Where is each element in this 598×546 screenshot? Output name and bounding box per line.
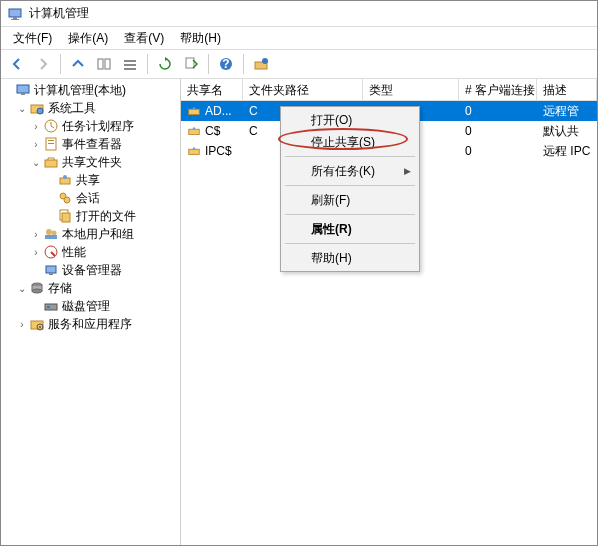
svg-rect-0: [9, 9, 21, 17]
svg-rect-32: [46, 266, 56, 273]
svg-rect-21: [45, 160, 57, 167]
cell-desc: 远程 IPC: [537, 141, 597, 162]
expander-icon[interactable]: ›: [29, 229, 43, 240]
cell-name: IPC$: [181, 142, 243, 160]
svg-rect-7: [124, 68, 136, 70]
tree-label: 本地用户和组: [62, 226, 134, 243]
svg-rect-30: [45, 235, 57, 239]
help-button[interactable]: ?: [214, 52, 238, 76]
up-button[interactable]: [66, 52, 90, 76]
tree-item-8[interactable]: ›本地用户和组: [1, 225, 180, 243]
ctx-item-0[interactable]: 打开(O): [283, 109, 417, 131]
column-clients[interactable]: # 客户端连接: [459, 79, 537, 100]
new-share-button[interactable]: [249, 52, 273, 76]
svg-rect-2: [11, 19, 19, 20]
forward-button[interactable]: [31, 52, 55, 76]
expander-icon[interactable]: ⌄: [15, 103, 29, 114]
svg-rect-6: [124, 64, 136, 66]
separator: [243, 54, 244, 74]
tree-item-3[interactable]: ›事件查看器: [1, 135, 180, 153]
tree-item-4[interactable]: ⌄共享文件夹: [1, 153, 180, 171]
separator: [147, 54, 148, 74]
back-button[interactable]: [5, 52, 29, 76]
diskmgmt-icon: [43, 298, 59, 314]
cell-name: C$: [181, 122, 243, 140]
show-hide-button[interactable]: [92, 52, 116, 76]
tree-item-0[interactable]: 计算机管理(本地): [1, 81, 180, 99]
comp-mgmt-icon: [15, 82, 31, 98]
window-title: 计算机管理: [29, 5, 89, 22]
tree-label: 共享: [76, 172, 100, 189]
svg-point-41: [39, 326, 41, 328]
cell-name: AD...: [181, 102, 243, 120]
share-icon: [187, 104, 201, 118]
expander-icon[interactable]: ›: [29, 139, 43, 150]
svg-rect-37: [45, 304, 57, 310]
tree-item-13[interactable]: ›服务和应用程序: [1, 315, 180, 333]
menu-separator: [285, 156, 415, 157]
ctx-label: 刷新(F): [311, 192, 350, 209]
ctx-item-5[interactable]: 刷新(F): [283, 189, 417, 211]
svg-rect-14: [21, 93, 25, 95]
tree-label: 任务计划程序: [62, 118, 134, 135]
tree-item-10[interactable]: 设备管理器: [1, 261, 180, 279]
tree-label: 性能: [62, 244, 86, 261]
expander-icon[interactable]: ›: [29, 247, 43, 258]
menu-view[interactable]: 查看(V): [116, 28, 172, 49]
devmgr-icon: [43, 262, 59, 278]
expander-icon[interactable]: ›: [15, 319, 29, 330]
users-icon: [43, 226, 59, 242]
svg-text:?: ?: [222, 57, 229, 71]
event-icon: [43, 136, 59, 152]
tree-item-1[interactable]: ⌄系统工具: [1, 99, 180, 117]
ctx-item-9[interactable]: 帮助(H): [283, 247, 417, 269]
ctx-item-3[interactable]: 所有任务(K)▶: [283, 160, 417, 182]
properties-button[interactable]: [118, 52, 142, 76]
expander-icon[interactable]: ⌄: [15, 283, 29, 294]
tree-label: 计算机管理(本地): [34, 82, 126, 99]
export-button[interactable]: [179, 52, 203, 76]
tree-item-11[interactable]: ⌄存储: [1, 279, 180, 297]
cell-clients: 0: [459, 102, 537, 120]
svg-rect-20: [48, 143, 54, 144]
ctx-item-1[interactable]: 停止共享(S): [283, 131, 417, 153]
separator: [60, 54, 61, 74]
column-name[interactable]: 共享名: [181, 79, 243, 100]
menu-action[interactable]: 操作(A): [60, 28, 116, 49]
cell-desc: 默认共: [537, 121, 597, 142]
column-type[interactable]: 类型: [363, 79, 459, 100]
svg-rect-44: [189, 149, 200, 154]
services-icon: [29, 316, 45, 332]
menu-help[interactable]: 帮助(H): [172, 28, 229, 49]
tree-item-6[interactable]: 会话: [1, 189, 180, 207]
menu-file[interactable]: 文件(F): [5, 28, 60, 49]
menu-separator: [285, 243, 415, 244]
tree-label: 共享文件夹: [62, 154, 122, 171]
svg-point-36: [32, 289, 42, 293]
svg-rect-1: [13, 17, 17, 19]
tree-item-2[interactable]: ›任务计划程序: [1, 117, 180, 135]
svg-rect-42: [189, 109, 200, 114]
tree-label: 会话: [76, 190, 100, 207]
openfiles-icon: [57, 208, 73, 224]
svg-rect-8: [186, 58, 194, 68]
tree-item-12[interactable]: 磁盘管理: [1, 297, 180, 315]
expander-icon[interactable]: ⌄: [29, 157, 43, 168]
perf-icon: [43, 244, 59, 260]
storage-icon: [29, 280, 45, 296]
expander-icon[interactable]: ›: [29, 121, 43, 132]
tree-item-9[interactable]: ›性能: [1, 243, 180, 261]
tree-item-7[interactable]: 打开的文件: [1, 207, 180, 225]
app-icon: [7, 6, 23, 22]
svg-rect-33: [49, 273, 53, 275]
column-desc[interactable]: 描述: [537, 79, 597, 100]
column-path[interactable]: 文件夹路径: [243, 79, 363, 100]
tree-item-5[interactable]: 共享: [1, 171, 180, 189]
svg-rect-4: [105, 59, 110, 69]
ctx-item-7[interactable]: 属性(R): [283, 218, 417, 240]
ctx-label: 帮助(H): [311, 250, 352, 267]
svg-rect-19: [48, 140, 54, 141]
context-menu: 打开(O)停止共享(S)所有任务(K)▶刷新(F)属性(R)帮助(H): [280, 106, 420, 272]
refresh-button[interactable]: [153, 52, 177, 76]
tree-label: 服务和应用程序: [48, 316, 132, 333]
